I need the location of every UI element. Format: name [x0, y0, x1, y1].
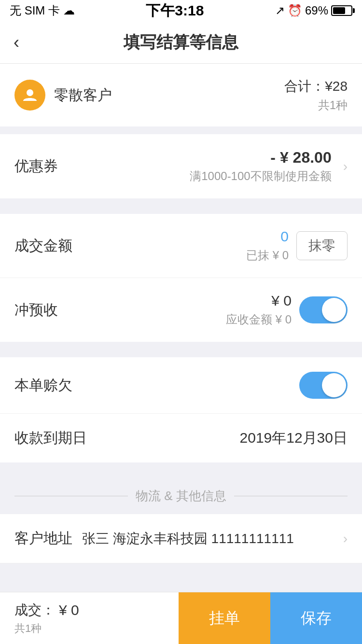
prepayment-label: 冲预收	[14, 300, 58, 320]
bottom-deal: 成交： ¥ 0	[14, 601, 164, 619]
address-value: 张三 海淀永丰科技园 11111111111	[82, 530, 339, 548]
avatar	[14, 80, 45, 111]
due-date-value: 2019年12月30日	[240, 428, 348, 448]
bottom-deal-label: 成交：	[14, 601, 55, 619]
bottom-deal-amount: ¥ 0	[59, 602, 79, 618]
no-sim-text: 无 SIM 卡 ☁	[10, 3, 75, 18]
credit-row: 本单赊欠	[0, 357, 362, 414]
bottom-count: 共1种	[14, 621, 164, 636]
logistics-header: 物流 & 其他信息	[0, 478, 362, 514]
prepayment-right: ¥ 0 应收金额 ¥ 0	[226, 293, 348, 327]
bottom-bar: 成交： ¥ 0 共1种 挂单 保存	[0, 592, 362, 644]
back-button[interactable]: ‹	[14, 32, 19, 53]
chevron-right-icon: ›	[343, 159, 348, 174]
coupon-discount-value: - ¥ 28.00	[190, 149, 331, 167]
prepayment-toggle[interactable]	[299, 296, 348, 323]
status-bar: 无 SIM 卡 ☁ 下午3:18 ↗ ⏰ 69%	[0, 0, 362, 21]
section-divider-1	[0, 206, 362, 214]
customer-section: 零散客户 合计：¥28 共1种	[0, 64, 362, 126]
prepayment-sub: 应收金额 ¥ 0	[226, 312, 292, 327]
save-button[interactable]: 保存	[270, 592, 362, 644]
status-left: 无 SIM 卡 ☁	[10, 3, 75, 18]
customer-count: 共1种	[284, 98, 348, 113]
credit-toggle-knob	[322, 373, 346, 397]
svg-point-0	[27, 89, 33, 96]
customer-total: 合计：¥28	[284, 77, 348, 96]
transaction-value[interactable]: 0	[280, 228, 289, 245]
customer-name: 零散客户	[54, 85, 112, 105]
nav-bar: ‹ 填写结算等信息	[0, 21, 362, 64]
battery-icon	[331, 5, 352, 16]
pending-button[interactable]: 挂单	[179, 592, 270, 644]
coupon-right: - ¥ 28.00 满1000-100不限制使用金额 ›	[190, 149, 348, 184]
address-label: 客户地址	[14, 529, 72, 548]
prepayment-value: ¥ 0	[226, 293, 292, 309]
status-right: ↗ ⏰ 69%	[275, 4, 352, 17]
coupon-discount-sub: 满1000-100不限制使用金额	[190, 168, 331, 184]
address-chevron-icon: ›	[343, 531, 348, 546]
section-divider-2	[0, 350, 362, 357]
navigation-icon: ↗	[275, 4, 285, 17]
battery-fill	[333, 7, 345, 14]
due-date-row[interactable]: 收款到期日 2019年12月30日	[0, 414, 362, 462]
content: 零散客户 合计：¥28 共1种 优惠券 - ¥ 28.00 满1000-100不…	[0, 64, 362, 629]
coupon-section: 优惠券 - ¥ 28.00 满1000-100不限制使用金额 ›	[0, 134, 362, 198]
bottom-info: 成交： ¥ 0 共1种	[0, 601, 179, 636]
credit-label: 本单赊欠	[14, 376, 72, 395]
coupon-value-group: - ¥ 28.00 满1000-100不限制使用金额	[190, 149, 331, 184]
transaction-sub: 已抹 ¥ 0	[246, 248, 289, 263]
toggle-knob	[322, 298, 346, 322]
section-divider-3	[0, 470, 362, 478]
transaction-right: 0 已抹 ¥ 0 抹零	[246, 228, 348, 263]
credit-toggle[interactable]	[299, 372, 348, 399]
customer-left: 零散客户	[14, 80, 112, 111]
transaction-amount-area: 0 已抹 ¥ 0	[246, 228, 289, 263]
round-zero-button[interactable]: 抹零	[296, 231, 348, 260]
transaction-section: 成交金额 0 已抹 ¥ 0 抹零 冲预收 ¥ 0 应收金额 ¥ 0	[0, 214, 362, 342]
coupon-row[interactable]: 优惠券 - ¥ 28.00 满1000-100不限制使用金额 ›	[0, 134, 362, 198]
customer-right: 合计：¥28 共1种	[284, 77, 348, 113]
prepayment-row: 冲预收 ¥ 0 应收金额 ¥ 0	[0, 278, 362, 342]
status-time: 下午3:18	[146, 1, 204, 21]
coupon-label: 优惠券	[14, 156, 58, 176]
address-row[interactable]: 客户地址 张三 海淀永丰科技园 11111111111 ›	[0, 514, 362, 563]
due-date-label: 收款到期日	[14, 428, 87, 448]
page-title: 填写结算等信息	[124, 31, 238, 54]
address-section: 客户地址 张三 海淀永丰科技园 11111111111 ›	[0, 514, 362, 563]
logistics-label: 物流 & 其他信息	[136, 488, 226, 504]
credit-section: 本单赊欠 收款到期日 2019年12月30日	[0, 357, 362, 462]
credit-right	[299, 372, 348, 399]
transaction-label: 成交金额	[14, 236, 72, 256]
prepayment-value-group: ¥ 0 应收金额 ¥ 0	[226, 293, 292, 327]
alarm-icon: ⏰	[288, 4, 302, 17]
battery-percent: 69%	[305, 4, 328, 17]
transaction-row: 成交金额 0 已抹 ¥ 0 抹零	[0, 214, 362, 278]
